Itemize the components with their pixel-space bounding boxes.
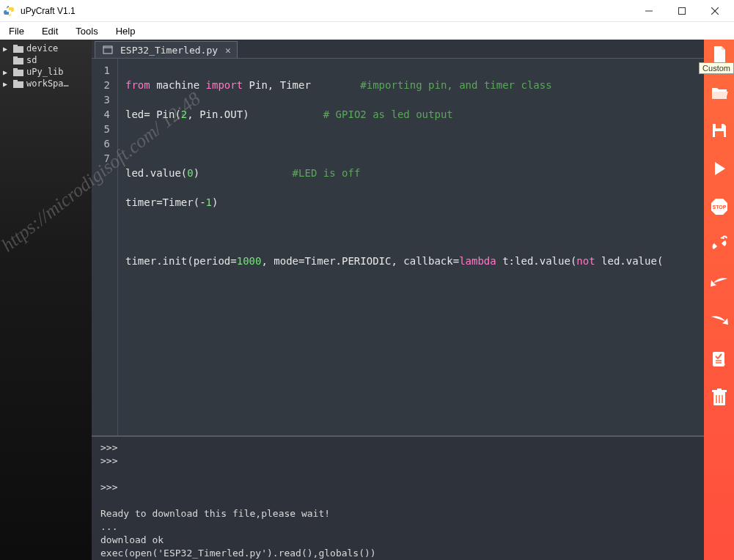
code-token: 0 bbox=[187, 167, 193, 179]
code-token: 1000 bbox=[237, 255, 262, 267]
folder-icon bbox=[13, 68, 23, 76]
redo-button[interactable] bbox=[706, 308, 733, 334]
svg-rect-14 bbox=[716, 124, 722, 128]
svg-rect-15 bbox=[715, 131, 724, 137]
tab-bar: ESP32_Timerled.py ✕ bbox=[92, 40, 704, 59]
folder-icon bbox=[13, 80, 23, 88]
code-token: Pin, Timer bbox=[243, 79, 311, 91]
tab-file[interactable]: ESP32_Timerled.py ✕ bbox=[95, 41, 238, 58]
svg-rect-22 bbox=[717, 388, 722, 391]
delete-button[interactable] bbox=[706, 384, 733, 410]
svg-rect-4 bbox=[13, 46, 23, 53]
code-token: from bbox=[125, 79, 150, 91]
code-token bbox=[249, 108, 323, 120]
code-token: , Pin.OUT) bbox=[187, 108, 249, 120]
tree-item-label: workSpa… bbox=[26, 78, 69, 89]
code-token: ) bbox=[212, 196, 218, 208]
chevron-right-icon: ▶ bbox=[3, 45, 10, 53]
code-token bbox=[311, 79, 360, 91]
code-token: ) bbox=[194, 167, 199, 179]
app-icon bbox=[3, 5, 15, 17]
folder-icon bbox=[13, 45, 23, 53]
file-tree-sidebar: ▶ device sd ▶ uPy_lib ▶ workSpa… bbox=[0, 40, 92, 560]
open-file-button[interactable] bbox=[706, 79, 733, 106]
line-number: 6 bbox=[92, 136, 110, 151]
file-icon bbox=[103, 45, 113, 54]
close-button[interactable] bbox=[698, 0, 731, 21]
right-toolbar: STOP bbox=[704, 40, 734, 560]
svg-rect-5 bbox=[13, 45, 18, 47]
svg-rect-9 bbox=[13, 68, 18, 70]
minimize-button[interactable] bbox=[632, 0, 665, 21]
code-token: 1 bbox=[206, 196, 212, 208]
folder-icon bbox=[13, 56, 23, 65]
code-token: not bbox=[576, 255, 595, 267]
code-token: #LED is off bbox=[293, 167, 361, 179]
tree-item-label: sd bbox=[26, 55, 37, 65]
chevron-right-icon: ▶ bbox=[3, 80, 10, 88]
code-token: machine bbox=[150, 79, 206, 91]
code-token: timer=Timer(- bbox=[125, 196, 206, 208]
stop-button[interactable]: STOP bbox=[706, 194, 733, 220]
menu-edit[interactable]: Edit bbox=[39, 24, 61, 38]
code-token bbox=[199, 167, 292, 179]
menu-file[interactable]: File bbox=[6, 24, 27, 38]
svg-rect-7 bbox=[13, 56, 18, 59]
menu-help[interactable]: Help bbox=[113, 24, 139, 38]
svg-rect-11 bbox=[13, 80, 18, 82]
code-content[interactable]: from machine import Pin, Timer #importin… bbox=[118, 59, 704, 435]
svg-rect-6 bbox=[13, 58, 23, 65]
code-token: #importing pin, and timer class bbox=[360, 79, 551, 91]
code-editor[interactable]: 1 2 3 4 5 6 7 from machine import Pin, T… bbox=[92, 59, 704, 435]
tree-item-upylib[interactable]: ▶ uPy_lib bbox=[0, 66, 92, 78]
code-token: led.value( bbox=[595, 255, 664, 267]
line-number: 4 bbox=[92, 107, 110, 122]
tree-item-label: uPy_lib bbox=[26, 67, 64, 77]
syntax-check-button[interactable] bbox=[706, 346, 733, 372]
tree-item-workspace[interactable]: ▶ workSpa… bbox=[0, 78, 92, 89]
tree-item-label: device bbox=[26, 43, 58, 54]
code-token: timer.init(period= bbox=[125, 255, 237, 267]
terminal-output[interactable]: >>> >>> >>> Ready to download this file,… bbox=[92, 435, 704, 560]
line-number: 2 bbox=[92, 78, 110, 92]
line-number: 7 bbox=[92, 151, 110, 166]
code-token: lambda bbox=[459, 255, 496, 267]
editor-area: ESP32_Timerled.py ✕ 1 2 3 4 5 6 7 from m… bbox=[92, 40, 704, 560]
line-number: 3 bbox=[92, 92, 110, 107]
svg-text:STOP: STOP bbox=[712, 205, 726, 210]
app-title: uPyCraft V1.1 bbox=[21, 6, 632, 16]
tree-item-sd[interactable]: sd bbox=[0, 54, 92, 66]
svg-rect-10 bbox=[13, 81, 23, 88]
title-bar: uPyCraft V1.1 bbox=[0, 0, 734, 22]
code-token: # GPIO2 as led output bbox=[323, 108, 453, 120]
code-token: t:led.value( bbox=[496, 255, 577, 267]
tab-label: ESP32_Timerled.py bbox=[120, 45, 218, 56]
line-gutter: 1 2 3 4 5 6 7 bbox=[92, 59, 118, 435]
undo-button[interactable] bbox=[706, 270, 733, 296]
save-button[interactable] bbox=[706, 117, 733, 144]
connect-button[interactable] bbox=[706, 232, 733, 258]
tooltip: Custom bbox=[699, 62, 734, 74]
code-token: led= Pin( bbox=[125, 108, 181, 120]
code-token: , mode=Timer.PERIODIC, callback= bbox=[261, 255, 459, 267]
maximize-button[interactable] bbox=[665, 0, 698, 21]
tree-item-device[interactable]: ▶ device bbox=[0, 43, 92, 54]
code-token: import bbox=[206, 79, 243, 91]
line-number: 5 bbox=[92, 122, 110, 136]
download-run-button[interactable] bbox=[706, 155, 733, 182]
line-number: 1 bbox=[92, 63, 110, 78]
svg-rect-8 bbox=[13, 70, 23, 76]
menu-bar: File Edit Tools Help bbox=[0, 22, 734, 40]
tab-close-icon[interactable]: ✕ bbox=[224, 45, 232, 56]
chevron-right-icon: ▶ bbox=[3, 68, 10, 76]
menu-tools[interactable]: Tools bbox=[73, 24, 100, 38]
code-token: led.value( bbox=[125, 167, 187, 179]
svg-rect-1 bbox=[678, 7, 685, 14]
